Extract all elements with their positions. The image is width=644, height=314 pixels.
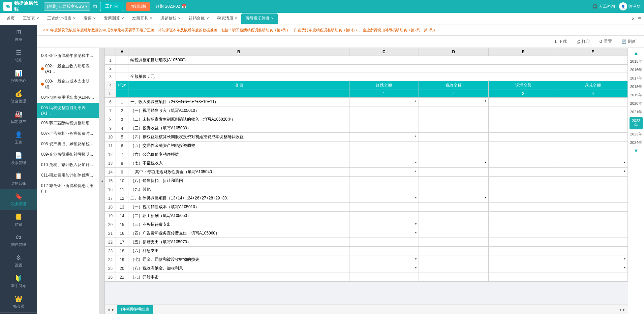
cell-f24[interactable]: * bbox=[558, 255, 628, 264]
cell-a14[interactable]: 9 bbox=[116, 168, 128, 177]
cell-d13[interactable]: * bbox=[419, 159, 489, 168]
cell-d8[interactable] bbox=[419, 115, 489, 124]
cell-c7[interactable] bbox=[349, 106, 419, 115]
company-select[interactable]: (勿删) 江西股室-LSS ▾ bbox=[44, 2, 90, 11]
nav-item-006[interactable]: 006-职工薪酬纳税调整明细... bbox=[37, 118, 99, 128]
cell-d19[interactable] bbox=[419, 212, 489, 220]
cell-b23[interactable]: （六）利息支出 bbox=[128, 247, 349, 255]
nav-item-001[interactable]: 001-企业所得税年度纳税申... bbox=[37, 51, 99, 61]
cell-a19[interactable]: 14 bbox=[116, 212, 128, 220]
cell-e14[interactable] bbox=[488, 168, 558, 177]
cell-c25[interactable]: * bbox=[349, 264, 419, 273]
cell-a26[interactable]: 21 bbox=[116, 273, 128, 282]
switch-old-button[interactable]: 切到旧版 bbox=[126, 2, 150, 11]
tab-ledger[interactable]: 进销台账 ✕ bbox=[185, 13, 213, 24]
cell-d7[interactable] bbox=[419, 106, 489, 115]
tab-payroll-close[interactable]: ✕ bbox=[36, 17, 39, 20]
tab-payroll-report[interactable]: 工资统计报表 ✕ bbox=[43, 13, 80, 24]
sidebar-item-reports[interactable]: 📊 报表中心 bbox=[0, 66, 37, 87]
cell-c22[interactable] bbox=[349, 238, 419, 247]
cell-f23[interactable] bbox=[558, 247, 628, 255]
nav-item-010[interactable]: 010-免税、减计收入及加计... bbox=[37, 160, 99, 170]
tab-invoice[interactable]: 发票 ✕ bbox=[80, 13, 100, 24]
cell-d21[interactable] bbox=[419, 229, 489, 238]
cell-d11[interactable] bbox=[419, 142, 489, 150]
year-2023[interactable]: 2023年 bbox=[628, 130, 644, 138]
cell-f17[interactable] bbox=[558, 194, 628, 203]
cell-b8[interactable]: （二）未按权责发生制原则确认的收入（填写A105020①） bbox=[128, 115, 349, 124]
sidebar-item-vip[interactable]: 👑 畅会员 bbox=[0, 292, 37, 312]
cell-c12[interactable] bbox=[349, 150, 419, 159]
sheet-scroll-left[interactable]: ◂ bbox=[619, 307, 621, 312]
cell-f20[interactable] bbox=[558, 220, 628, 229]
cell-d9[interactable] bbox=[419, 124, 489, 133]
cell-c13[interactable]: * bbox=[349, 159, 419, 168]
sheet-content[interactable]: A B C D E F 1 bbox=[105, 48, 628, 305]
cell-f22[interactable] bbox=[558, 238, 628, 247]
sidebar-item-home[interactable]: ⊞ 首页 bbox=[0, 25, 37, 45]
cell-f19[interactable] bbox=[558, 212, 628, 220]
cell-e7[interactable] bbox=[488, 106, 558, 115]
user-area[interactable]: 👤 徐泽华 bbox=[619, 2, 641, 10]
nav-item-004[interactable]: 004-期间费用明细表(A1040... bbox=[37, 92, 99, 103]
tab-audit-close[interactable]: ✕ bbox=[178, 17, 181, 20]
cell-f12[interactable] bbox=[558, 150, 628, 159]
cell-e20[interactable] bbox=[488, 220, 558, 229]
cell-d22[interactable] bbox=[419, 238, 489, 247]
sidebar-item-tax[interactable]: 🔖 税务管理 bbox=[0, 189, 37, 210]
cell-e6[interactable] bbox=[488, 98, 558, 106]
year-2016[interactable]: 2016年 bbox=[628, 66, 644, 74]
year-2024[interactable]: 2024年 bbox=[628, 138, 644, 147]
prev-sheet-icon[interactable]: ◂ bbox=[108, 307, 110, 312]
cell-b21[interactable]: （四）广告费和业务宣传费支出（填写A105060） bbox=[128, 229, 349, 238]
cell-b16[interactable]: （九）其他 bbox=[128, 185, 349, 194]
cell-d25[interactable] bbox=[419, 264, 489, 273]
cell-f14[interactable]: * bbox=[558, 168, 628, 177]
cell-c19[interactable] bbox=[349, 212, 419, 220]
nav-item-005[interactable]: 005-纳税调整项目明细表(A1... bbox=[37, 103, 99, 118]
cell-a16[interactable]: 11 bbox=[116, 185, 128, 194]
tab-income-tax[interactable]: 所得税汇算缴 ✕ bbox=[241, 13, 278, 24]
nav-item-012[interactable]: 012-减免企业所得税优惠明细(..) bbox=[37, 181, 99, 196]
cell-b10[interactable]: （四）按权益法核算长期股权投资对初始投资成本调整确认收益 bbox=[128, 133, 349, 142]
cell-d16[interactable] bbox=[419, 185, 489, 194]
cell-a2[interactable] bbox=[116, 65, 128, 72]
cell-a24[interactable]: 19 bbox=[116, 255, 128, 264]
tab-payroll[interactable]: 工资表 ✕ bbox=[19, 13, 43, 24]
sidebar-item-ledger[interactable]: ☰ 总账 bbox=[0, 45, 37, 66]
unpin-button[interactable]: ◂◂ 取消固定 bbox=[0, 312, 37, 314]
cell-f10[interactable] bbox=[558, 133, 628, 142]
cell-e17[interactable] bbox=[488, 194, 558, 203]
service-link[interactable]: 🎧 人工咨询 bbox=[592, 4, 615, 9]
cell-e18[interactable] bbox=[488, 203, 558, 212]
cell-b19[interactable]: （二）职工薪酬（填写A105050） bbox=[128, 212, 349, 220]
cell-f6[interactable] bbox=[558, 98, 628, 106]
cell-f15[interactable] bbox=[558, 177, 628, 185]
cell-e21[interactable] bbox=[488, 229, 558, 238]
sheet-tab-tax-adjust[interactable]: 纳税调整明细表 bbox=[117, 305, 153, 314]
cell-e24[interactable] bbox=[488, 255, 558, 264]
cell-a20[interactable]: 15 bbox=[116, 220, 128, 229]
cell-e9[interactable] bbox=[488, 124, 558, 133]
tab-payroll-report-close[interactable]: ✕ bbox=[73, 17, 75, 20]
cell-f8[interactable] bbox=[558, 115, 628, 124]
cell-a1[interactable] bbox=[116, 56, 128, 65]
cell-e23[interactable] bbox=[488, 247, 558, 255]
tab-close-all-icon[interactable]: ✕ bbox=[632, 17, 635, 21]
cell-d6[interactable]: * bbox=[419, 98, 489, 106]
cell-a10[interactable]: 5 bbox=[116, 133, 128, 142]
cell-e19[interactable] bbox=[488, 212, 558, 220]
cell-b9[interactable]: （三）投资收益（填写A105030） bbox=[128, 124, 349, 133]
tab-invoice-calc[interactable]: 发票测算 ✕ bbox=[100, 13, 128, 24]
sidebar-item-archive[interactable]: 🗂 归档管理 bbox=[0, 230, 37, 251]
cell-b26[interactable]: （九）开始丰击 bbox=[128, 273, 349, 282]
cell-b2[interactable] bbox=[128, 65, 628, 72]
cell-f9[interactable] bbox=[558, 124, 628, 133]
sidebar-item-purchase-sales[interactable]: 📋 进销台账 bbox=[0, 169, 37, 189]
cell-a3[interactable] bbox=[116, 72, 128, 81]
cell-f21[interactable] bbox=[558, 229, 628, 238]
sidebar-item-invoices[interactable]: 📄 发票管理 bbox=[0, 148, 37, 169]
sidebar-item-finance[interactable]: 💰 资金管理 bbox=[0, 87, 37, 107]
cell-d24[interactable] bbox=[419, 255, 489, 264]
cell-c16[interactable] bbox=[349, 185, 419, 194]
